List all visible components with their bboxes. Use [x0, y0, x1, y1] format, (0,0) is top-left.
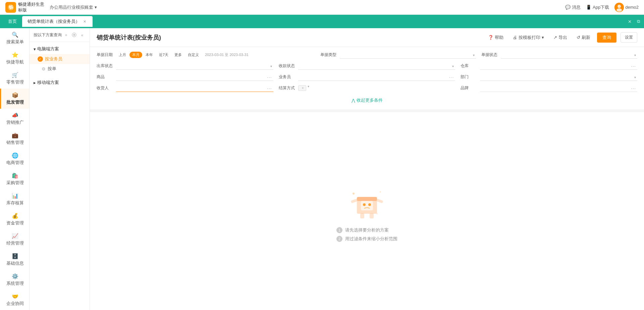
sidebar-item-marketing[interactable]: 📣 营销推广 — [0, 109, 29, 129]
warehouse-label: 仓库 — [461, 63, 477, 69]
sidebar-item-search[interactable]: 🔍 搜索菜单 — [0, 28, 29, 48]
bill-status-input[interactable] — [501, 51, 637, 59]
sidebar-item-quick-nav[interactable]: ⭐ 快捷导航 — [0, 48, 29, 68]
goods-label: 商品 — [97, 74, 113, 80]
svg-point-17 — [353, 193, 355, 195]
filter-dept: 部门 ▾ — [461, 73, 637, 81]
query-btn[interactable]: 查询 — [597, 33, 616, 43]
this-year-tab[interactable]: 本年 — [143, 52, 156, 58]
settlement-tag: × — [298, 85, 306, 91]
svg-rect-16 — [370, 213, 374, 218]
bill-status-control: ▾ — [501, 51, 637, 59]
filter-area: 单据日期 上月 本月 本年 近7天 更多 自定义 2023-03-01 至 20… — [90, 47, 644, 109]
tab-close-window-btn[interactable]: ✕ — [627, 18, 633, 25]
empty-tip-1: 1 请先选择要分析的方案 — [336, 227, 389, 233]
scheme-panel-title: 按以下方案查询 — [34, 32, 62, 38]
last-7-tab[interactable]: 近7天 — [156, 52, 171, 58]
out-status-control: ▾ — [116, 62, 273, 70]
brand-input[interactable] — [480, 84, 637, 92]
sales-icon: 💼 — [12, 132, 18, 139]
mobile-scheme-title[interactable]: ▸ 移动端方案 — [30, 78, 90, 88]
last-month-tab[interactable]: 上月 — [116, 52, 129, 58]
more-tab[interactable]: 更多 — [172, 52, 184, 58]
help-icon: ❓ — [488, 35, 493, 40]
edit-scheme-btn[interactable] — [71, 32, 77, 38]
header-right: 💬 消息 📱 App下载 demo2 — [565, 3, 639, 12]
sidebar-item-sales[interactable]: 💼 销售管理 — [0, 129, 29, 149]
collapse-filter-btn[interactable]: ⋀ 收起更多条件 — [97, 95, 637, 105]
sidebar-item-operation[interactable]: 📈 经营管理 — [0, 229, 29, 250]
filter-row-1: 单据日期 上月 本月 本年 近7天 更多 自定义 2023-03-01 至 20… — [97, 51, 637, 59]
user-avatar-btn[interactable]: demo2 — [614, 3, 639, 12]
bill-type-input[interactable] — [340, 51, 476, 59]
wholesale-icon: 📦 — [12, 92, 18, 98]
sidebar-item-finance[interactable]: 💰 资金管理 — [0, 209, 29, 229]
sidebar-item-retail[interactable]: 🛒 零售管理 — [0, 68, 29, 89]
empty-tip-2: 2 用过滤条件来缩小分析范围 — [336, 236, 397, 242]
settlement-tag-close-btn[interactable]: × — [302, 86, 304, 90]
goods-input[interactable] — [116, 73, 273, 81]
svg-rect-9 — [357, 197, 377, 201]
main-layout: 🔍 搜索菜单 ⭐ 快捷导航 🛒 零售管理 📦 批发管理 📣 营销推广 💼 销售管… — [0, 28, 644, 310]
desktop-scheme-title[interactable]: ▾ 电脑端方案 — [30, 44, 90, 54]
app-icon: 📱 — [586, 5, 591, 10]
page-title: 销货单统计表(按业务员) — [97, 34, 161, 42]
empty-state: 1 请先选择要分析的方案 2 用过滤条件来缩小分析范围 — [90, 112, 644, 310]
out-status-input[interactable] — [116, 62, 273, 70]
app-download-btn[interactable]: 📱 App下载 — [586, 4, 609, 10]
filter-date: 单据日期 上月 本月 本年 近7天 更多 自定义 2023-03-01 至 20… — [97, 52, 315, 58]
home-tab-label: 首页 — [8, 18, 17, 24]
sidebar-item-enterprise[interactable]: 🤝 企业协同 — [0, 290, 29, 310]
filter-bill-type: 单据类型 ▾ — [320, 51, 476, 59]
receipt-status-input[interactable] — [298, 62, 455, 70]
by-salesperson-scheme[interactable]: ✓ 按业务员 — [30, 54, 90, 64]
sidebar: 🔍 搜索菜单 ⭐ 快捷导航 🛒 零售管理 📦 批发管理 📣 营销推广 💼 销售管… — [0, 28, 30, 310]
refresh-icon: ↺ — [577, 35, 580, 40]
system-icon: ⚙️ — [12, 273, 18, 279]
sidebar-item-ecommerce[interactable]: 🌐 电商管理 — [0, 149, 29, 169]
help-btn[interactable]: ❓ 帮助 — [485, 33, 506, 42]
chevron-right-icon: ▸ — [34, 80, 36, 85]
export-btn[interactable]: ↗ 导出 — [551, 33, 570, 42]
warehouse-input[interactable] — [480, 62, 637, 70]
refresh-btn[interactable]: ↺ 刷新 — [574, 33, 593, 42]
svg-text:畅: 畅 — [9, 5, 13, 10]
salesperson-label: 业务员 — [279, 74, 296, 80]
this-month-tab[interactable]: 本月 — [129, 52, 142, 58]
top-header: 畅 畅捷通好生意 标版 办公用品行业模拟账套 ▾ 💬 消息 📱 App下载 — [0, 0, 644, 15]
tab-home[interactable]: 首页 — [3, 16, 22, 27]
salesperson-input[interactable] — [298, 73, 455, 81]
add-scheme-btn[interactable]: + — [63, 32, 69, 38]
sidebar-item-wholesale[interactable]: 📦 批发管理 — [0, 89, 29, 109]
logo-icon: 畅 — [5, 2, 16, 13]
message-btn[interactable]: 💬 消息 — [565, 4, 581, 10]
consignee-input[interactable] — [116, 84, 273, 92]
filter-brand: 品牌 ··· — [461, 84, 637, 92]
empty-tips: 1 请先选择要分析的方案 2 用过滤条件来缩小分析范围 — [336, 227, 397, 242]
filter-consignee: 收货人 ··· — [97, 84, 273, 92]
settings-btn[interactable]: 设置 — [621, 32, 637, 43]
sidebar-item-purchase[interactable]: 🛍️ 采购管理 — [0, 169, 29, 189]
tip-2-num: 2 — [336, 236, 342, 242]
by-bill-scheme[interactable]: ⚙ 按单 — [30, 64, 90, 73]
tab-close-btn[interactable]: ✕ — [82, 19, 87, 24]
svg-point-12 — [368, 203, 371, 206]
tab-sales-report[interactable]: 销货单统计表（按业务员） ✕ — [22, 16, 93, 27]
svg-point-4 — [616, 8, 622, 12]
tab-maximize-btn[interactable]: ⧉ — [636, 17, 641, 25]
sidebar-item-basic[interactable]: 🗄️ 基础信息 — [0, 250, 29, 270]
brand-label: 品牌 — [461, 85, 477, 91]
account-dropdown[interactable]: 办公用品行业模拟账套 ▾ — [47, 3, 100, 12]
print-btn[interactable]: 🖨 按模板打印 ▾ — [510, 33, 547, 42]
marketing-icon: 📣 — [12, 112, 18, 118]
consignee-control: ··· — [116, 84, 273, 92]
svg-rect-14 — [376, 199, 383, 203]
custom-tab[interactable]: 自定义 — [185, 52, 202, 58]
filter-bill-status: 单据状态 ▾ — [481, 51, 637, 59]
filter-row-3: 商品 ··· 业务员 ··· 部门 — [97, 73, 637, 81]
dept-input[interactable] — [480, 73, 637, 81]
sidebar-item-system[interactable]: ⚙️ 系统管理 — [0, 270, 29, 290]
sidebar-item-inventory[interactable]: 📊 库存核算 — [0, 189, 29, 209]
salesperson-control: ··· — [298, 73, 455, 81]
collapse-scheme-btn[interactable]: « — [79, 32, 86, 38]
